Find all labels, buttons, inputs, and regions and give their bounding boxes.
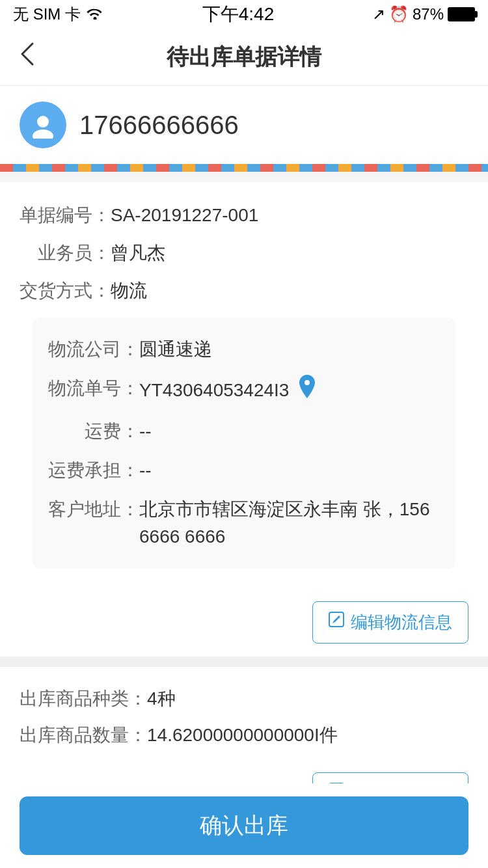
document-number-value: SA-20191227-001: [111, 202, 468, 229]
staff-value: 曾凡杰: [111, 239, 468, 267]
decorative-line: [0, 164, 488, 172]
product-type-value: 4种: [147, 686, 176, 711]
logistics-tracking-value: YT43064053424I3: [139, 375, 440, 406]
product-quantity-value: 14.62000000000000I件: [147, 723, 338, 748]
product-quantity-row: 出库商品数量： 14.62000000000000I件: [20, 723, 468, 748]
logistics-card: 物流公司： 圆通速递 物流单号： YT43064053424I3 运费： --: [33, 318, 455, 569]
product-type-row: 出库商品种类： 4种: [20, 686, 468, 711]
nav-bar: 待出库单据详情: [0, 29, 488, 86]
delivery-value: 物流: [111, 277, 468, 305]
status-right: ↗ ⏰ 87%: [372, 5, 475, 23]
freight-value: --: [139, 418, 440, 445]
product-section: 出库商品种类： 4种 出库商品数量： 14.62000000000000I件: [0, 667, 488, 759]
freight-bearer-value: --: [139, 457, 440, 484]
battery-icon: [448, 7, 475, 21]
freight-row: 运费： --: [48, 418, 440, 445]
confirm-btn-container: 确认出库: [0, 783, 488, 868]
wifi-icon: [86, 5, 104, 23]
battery-text: 87%: [413, 5, 444, 23]
confirm-btn-label: 确认出库: [200, 811, 288, 841]
product-quantity-label: 出库商品数量：: [20, 723, 147, 748]
freight-label: 运费：: [48, 418, 139, 445]
status-left: 无 SIM 卡: [13, 4, 104, 25]
carrier-text: 无 SIM 卡: [13, 4, 81, 25]
address-row: 客户地址： 北京市市辖区海淀区永丰南 张，156 6666 6666: [48, 496, 440, 550]
staff-row: 业务员： 曾凡杰: [20, 239, 468, 267]
freight-bearer-label: 运费承担：: [48, 457, 139, 484]
alarm-icon: ⏰: [389, 5, 409, 23]
staff-label: 业务员：: [20, 239, 111, 267]
status-bar: 无 SIM 卡 下午4:42 ↗ ⏰ 87%: [0, 0, 488, 29]
logistics-company-value: 圆通速递: [139, 336, 440, 363]
svg-point-0: [37, 116, 49, 128]
back-button[interactable]: [20, 41, 35, 73]
svg-point-1: [33, 129, 53, 139]
edit-btn-container: 编辑物流信息: [0, 588, 488, 657]
product-type-label: 出库商品种类：: [20, 686, 147, 711]
freight-bearer-row: 运费承担： --: [48, 457, 440, 484]
logistics-tracking-label: 物流单号：: [48, 375, 139, 402]
confirm-outbound-button[interactable]: 确认出库: [20, 796, 468, 855]
logistics-company-row: 物流公司： 圆通速递: [48, 336, 440, 363]
address-value: 北京市市辖区海淀区永丰南 张，156 6666 6666: [139, 496, 440, 550]
address-label: 客户地址：: [48, 496, 139, 523]
customer-header: 17666666666: [0, 86, 488, 164]
document-info-section: 单据编号： SA-20191227-001 业务员： 曾凡杰 交货方式： 物流 …: [0, 182, 488, 588]
edit-icon: [329, 612, 346, 633]
customer-phone: 17666666666: [79, 111, 239, 140]
map-pin-icon[interactable]: [297, 375, 318, 406]
document-number-row: 单据编号： SA-20191227-001: [20, 202, 468, 229]
page-title: 待出库单据详情: [167, 42, 321, 72]
delivery-row: 交货方式： 物流: [20, 277, 468, 305]
section-divider: [0, 657, 488, 667]
avatar: [20, 102, 66, 148]
edit-logistics-button[interactable]: 编辑物流信息: [312, 601, 468, 644]
logistics-company-label: 物流公司：: [48, 336, 139, 363]
edit-logistics-label: 编辑物流信息: [351, 611, 452, 634]
delivery-label: 交货方式：: [20, 277, 111, 305]
status-time: 下午4:42: [202, 2, 275, 27]
logistics-tracking-row: 物流单号： YT43064053424I3: [48, 375, 440, 406]
document-number-label: 单据编号：: [20, 202, 111, 229]
location-status-icon: ↗: [372, 5, 385, 23]
